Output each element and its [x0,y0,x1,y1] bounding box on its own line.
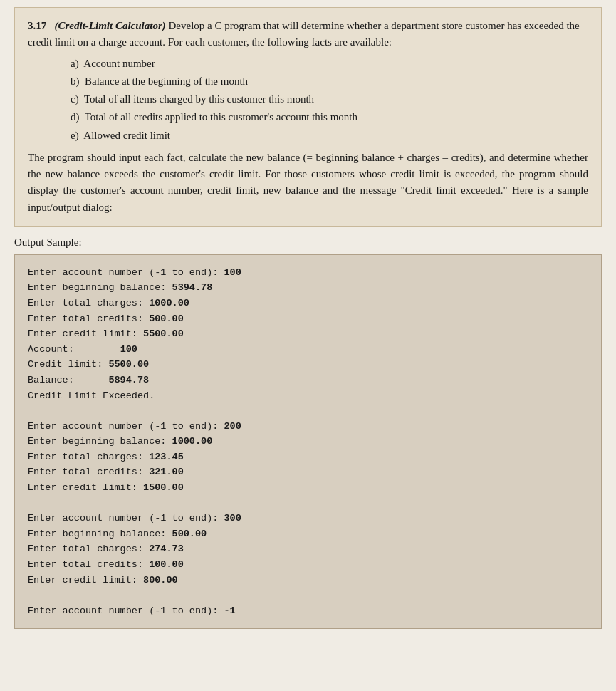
terminal-prompt: Enter credit limit: [28,575,143,586]
terminal-prompt: Credit limit: [28,359,108,370]
terminal-value: 100 [120,344,137,355]
terminal-prompt: Enter beginning balance: [28,436,172,447]
terminal-value: 500.00 [172,529,207,539]
problem-list-item: d) Total of all credits applied to this … [71,109,588,125]
terminal-prompt: Enter total charges: [28,544,149,554]
terminal-prompt: Enter total credits: [28,467,149,477]
terminal-prompt: Enter beginning balance: [28,282,172,293]
problem-list: a) Account numberb) Balance at the begin… [71,56,588,144]
terminal-prompt: Enter account number (-1 to end): [28,421,224,432]
terminal-prompt: Enter total credits: [28,559,149,570]
terminal-prompt: Enter account number (-1 to end): [28,513,224,524]
terminal-prompt: Credit Limit Exceeded. [28,390,155,401]
terminal-value: 5500.00 [108,359,149,370]
terminal-value: 300 [224,513,241,524]
terminal-prompt: Enter account number (-1 to end): [28,606,224,616]
problem-box: 3.17 (Credit-Limit Calculator) Develop a… [14,7,602,227]
terminal-value: 5394.78 [172,282,213,293]
terminal-prompt: Balance: [28,375,108,385]
terminal-value: 800.00 [143,575,178,586]
terminal-value: 321.00 [149,467,184,477]
terminal-value: 5894.78 [108,375,149,385]
problem-list-item: c) Total of all items charged by this cu… [71,91,588,108]
terminal-box: Enter account number (-1 to end): 100 En… [14,254,602,630]
terminal-prompt: Enter total charges: [28,452,149,462]
problem-number: 3.17 [28,20,46,31]
terminal-value: 200 [224,421,241,432]
terminal-prompt: Account: [28,344,120,355]
output-label: Output Sample: [14,237,602,249]
terminal-prompt: Enter credit limit: [28,328,143,339]
terminal-value: 100 [224,267,241,278]
terminal-prompt: Enter account number (-1 to end): [28,267,224,278]
terminal-prompt: Enter total charges: [28,298,149,308]
problem-title: (Credit-Limit Calculator) [55,20,166,31]
problem-list-item: b) Balance at the beginning of the month [71,73,588,90]
problem-body: The program should input each fact, calc… [28,150,588,216]
terminal-value: 1000.00 [172,436,213,447]
problem-list-item: e) Allowed credit limit [71,128,588,144]
terminal-value: 1500.00 [143,482,184,493]
terminal-prompt: Enter beginning balance: [28,529,172,539]
terminal-prompt: Enter credit limit: [28,482,143,493]
terminal-value: -1 [224,606,235,616]
terminal-value: 100.00 [149,559,184,570]
terminal-value: 1000.00 [149,298,189,308]
terminal-value: 5500.00 [143,328,184,339]
terminal-value: 500.00 [149,313,184,324]
terminal-value: 123.45 [149,452,184,462]
terminal-prompt: Enter total credits: [28,313,149,324]
terminal-value: 274.73 [149,544,184,554]
problem-list-item: a) Account number [71,56,588,72]
